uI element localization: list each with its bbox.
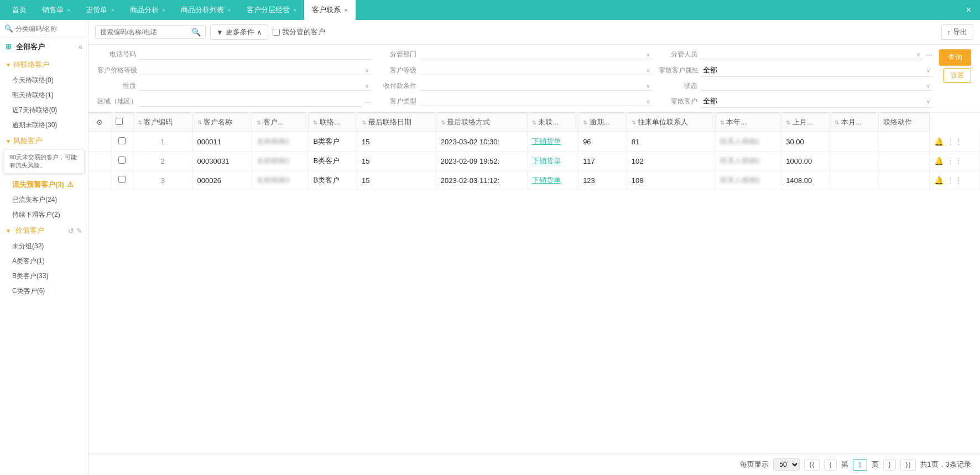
row-last-month-1 [830,152,878,171]
filter-payment-label: 收付款条件 [378,81,416,91]
nav-tab-analysis-list[interactable]: 商品分析列表 × [173,0,238,20]
filter-scatter-attr-select[interactable]: 全部 ∨ [701,64,932,77]
sidebar-item-churn-warning[interactable]: 流失预警客户(3) ⚠ [0,177,88,192]
query-button[interactable]: 查询 [939,49,971,66]
nav-tab-purchase[interactable]: 进货单 × [78,0,122,20]
sidebar-section-value[interactable]: ▼ 价值客户 ↺ ✎ [0,222,88,239]
sidebar-item-overdue[interactable]: 逾期未联络(30) [0,118,88,133]
sidebar-item-today[interactable]: 今天待联络(0) [0,73,88,88]
col-type[interactable]: ⇅ 客户... [252,113,309,132]
edit-icon[interactable]: ✎ [76,227,82,235]
filter-scatter-select[interactable]: 全部 ∨ [701,95,932,108]
filter-nature-select[interactable]: ∨ [139,82,371,91]
nav-tab-customer-contact[interactable]: 客户联系 × [304,0,355,20]
sidebar-item-ungrouped[interactable]: 未分组(32) [0,239,88,254]
table-settings-icon[interactable]: ⚙ [96,118,103,127]
sort-icon: ⇅ [138,119,142,126]
col-settings[interactable]: ⚙ [88,113,111,132]
filter-customer-type-select[interactable]: ∨ [420,97,651,106]
filter-customer-level-select[interactable]: ∨ [420,66,651,75]
col-name[interactable]: ⇅ 客户名称 [192,113,252,132]
filter-phone-input[interactable] [139,49,371,60]
sidebar-section-risk[interactable]: ▼ 风险客户 [0,133,88,149]
filter-manager-select[interactable]: ∨ [701,50,923,59]
my-customers-checkbox-label[interactable]: 我分管的客户 [273,27,325,37]
col-this-year[interactable]: ⇅ 本年... [715,113,781,132]
filter-manager-dots[interactable]: ··· [926,50,932,59]
action-more-icon-2[interactable]: ⋮⋮ [947,176,962,185]
current-page: 1 [853,459,867,471]
col-last-date[interactable]: ⇅ 最后联络日期 [357,113,436,132]
col-this-month[interactable]: ⇅ 本月... [830,113,878,132]
col-last-method[interactable]: ⇅ 最后联络方式 [436,113,527,132]
nav-home[interactable]: 首页 [4,0,34,20]
nav-tab-analysis[interactable]: 商品分析 × [122,0,173,20]
last-method-link-2[interactable]: 下销货单 [532,176,561,184]
row-checkbox-input-0[interactable] [118,137,126,144]
last-page-button[interactable]: ⟩⟩ [900,459,916,471]
filter-price-level-select[interactable]: ∨ [139,66,371,75]
sidebar-section-pending[interactable]: ▼ 待联络客户 [0,56,88,73]
col-contact-person[interactable]: ⇅ 往来单位联系人 [627,113,715,132]
settings-button[interactable]: 设置 [943,68,971,83]
search-input[interactable] [100,28,191,36]
sidebar-item-class-a[interactable]: A类客户(1) [0,254,88,269]
close-purchase-tab[interactable]: × [111,7,114,13]
action-bell-icon-0[interactable]: 🔔 [934,137,943,146]
filter-region-dots[interactable]: ··· [365,97,372,106]
row-checkbox-input-2[interactable] [118,176,126,183]
next-page-button[interactable]: ⟩ [883,459,896,471]
close-customer-layer-tab[interactable]: × [293,7,296,13]
sidebar-item-class-b[interactable]: B类客户(33) [0,269,88,284]
search-button[interactable]: 🔍 [191,28,201,36]
action-more-icon-1[interactable]: ⋮⋮ [947,156,962,165]
last-method-link-0[interactable]: 下销货单 [532,137,561,145]
nav-tab-sales[interactable]: 销售单 × [34,0,78,20]
sidebar-all-customers[interactable]: ⊞ 全部客户 « [0,38,88,56]
close-analysis-list-tab[interactable]: × [227,7,231,13]
action-bell-icon-1[interactable]: 🔔 [934,156,943,165]
first-page-button[interactable]: ⟨⟨ [804,459,820,471]
action-bell-icon-2[interactable]: 🔔 [934,176,943,185]
sidebar-collapse-icon[interactable]: « [79,43,82,51]
row-checkbox-input-1[interactable] [118,156,126,164]
row-settings-0 [88,132,111,152]
row-seq-2: 3 [133,171,192,190]
prev-page-button[interactable]: ⟨ [824,459,837,471]
filter-payment-select[interactable]: ∨ [420,82,651,91]
close-all-tabs[interactable]: × [962,5,976,15]
action-more-icon-0[interactable]: ⋮⋮ [947,137,962,146]
sidebar-item-class-c[interactable]: C类客户(6) [0,284,88,299]
col-contact[interactable]: ⇅ 联络... [309,113,357,132]
last-method-link-1[interactable]: 下销货单 [532,156,561,165]
sidebar-search-input[interactable] [15,25,88,33]
sort-type-icon: ⇅ [257,119,261,126]
filter-region-label: 区域（地区） [97,97,136,106]
sidebar-item-churned[interactable]: 已流失客户(24) [0,192,88,207]
close-sales-tab[interactable]: × [67,7,70,13]
close-analysis-tab[interactable]: × [162,7,165,13]
filter-status-select[interactable]: ∨ [701,82,932,91]
my-customers-checkbox[interactable] [273,29,280,36]
col-last-month[interactable]: ⇅ 上月... [781,113,830,132]
sidebar-item-tomorrow[interactable]: 明天待联络(1) [0,88,88,103]
export-button[interactable]: ↑ 导出 [941,24,974,40]
chevron-scatter-icon: ∨ [926,67,930,74]
col-overdue[interactable]: ⇅ 逾期... [578,113,627,132]
row-settings-2 [88,171,111,190]
select-all-checkbox[interactable] [116,118,123,125]
sidebar-item-declining[interactable]: 持续下滑客户(2) [0,207,88,222]
sidebar-item-7days[interactable]: 近7天待联络(0) [0,103,88,118]
refresh-icon[interactable]: ↺ [68,227,74,235]
chevron-status-icon: ∨ [926,83,930,89]
page-size-select[interactable]: 50 [773,458,800,471]
nav-tab-customer-layer[interactable]: 客户分层经营 × [239,0,304,20]
top-nav: 首页 销售单 × 进货单 × 商品分析 × 商品分析列表 × 客户分层经营 × … [0,0,980,20]
more-conditions-button[interactable]: ▼ 更多条件 ∧ [210,24,268,40]
close-customer-contact-tab[interactable]: × [344,7,347,13]
chevron-type-icon: ∨ [646,98,650,105]
col-code[interactable]: ⇅ 客户编码 [133,113,192,132]
filter-region-input[interactable] [139,96,362,107]
col-uncontact[interactable]: ⇅ 未联... [527,113,578,132]
filter-dept-select[interactable]: ∨ [420,50,651,59]
